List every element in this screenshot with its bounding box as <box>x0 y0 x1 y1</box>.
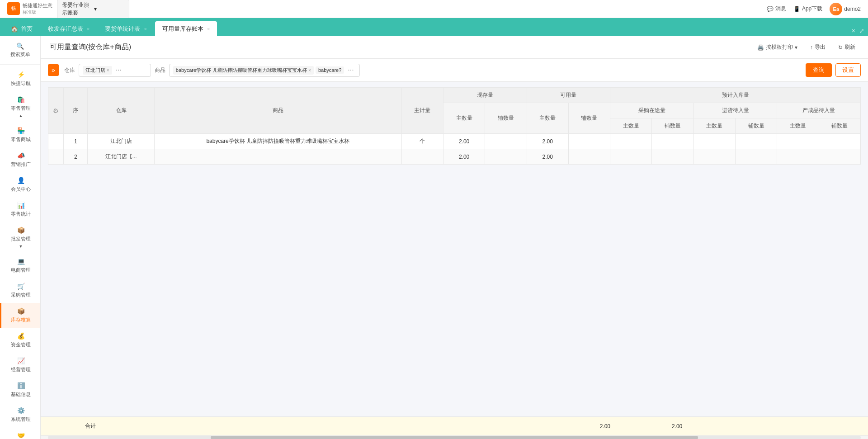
refresh-icon: ↻ <box>838 44 843 51</box>
base-info-icon: ℹ️ <box>17 382 25 389</box>
settings-btn[interactable]: 设置 <box>835 63 861 77</box>
tab-actions: × ⤢ <box>852 27 864 36</box>
th-planned-in: 预计入库量 <box>610 88 861 103</box>
sidebar-item-member-center[interactable]: 👤 会员中心 <box>0 172 40 197</box>
print-template-btn[interactable]: 🖨️ 按模板打印 ▾ <box>754 42 801 53</box>
summary-bar: 合计 2.00 2.00 <box>41 416 868 435</box>
sidebar-item-ops[interactable]: 📈 经营管理 <box>0 353 40 378</box>
td-purchase-aux-2 <box>652 149 693 165</box>
sidebar-item-ecommerce[interactable]: 💻 电商管理 <box>0 253 40 278</box>
tab-available-stock-close[interactable]: × <box>207 26 210 32</box>
marketing-icon: 📣 <box>17 152 25 159</box>
scroll-thumb[interactable] <box>211 436 698 439</box>
message-btn[interactable]: 💬 消息 <box>767 5 786 13</box>
th-incoming-main: 主数量 <box>693 118 735 134</box>
export-btn[interactable]: ↑ 导出 <box>807 42 829 53</box>
tab-order-stats-label: 要货单统计表 <box>105 25 140 33</box>
tab-home[interactable]: 🏠 首页 <box>4 21 40 37</box>
th-product-main: 主数量 <box>777 118 819 134</box>
product-tag-text: babycare学饮杯 儿童防摔防撞吸管杯重力球吸嘴杯宝宝水杯 <box>176 67 307 74</box>
product-tag-babycare: babycare学饮杯 儿童防摔防撞吸管杯重力球吸嘴杯宝宝水杯 × <box>173 66 314 75</box>
warehouse-tag-close[interactable]: × <box>107 68 109 73</box>
sidebar-item-wholesale-mgmt[interactable]: 📦 批发管理 ▼ <box>0 222 40 253</box>
filter-action-btns: 查询 设置 <box>806 63 861 77</box>
retail-mgmt-icon: 🛍️ <box>17 96 25 103</box>
td-product-aux-1 <box>819 134 860 149</box>
th-avail-aux: 辅数量 <box>568 103 610 134</box>
refresh-btn[interactable]: ↻ 刷新 <box>835 42 859 53</box>
th-product-pending: 产成品待入量 <box>777 103 861 118</box>
close-all-tabs-btn[interactable]: × <box>852 27 855 34</box>
retail-store-icon: 🏪 <box>17 127 25 134</box>
finance-label: 资金管理 <box>11 341 31 348</box>
summary-label: 合计 <box>80 420 171 432</box>
product-more-btn[interactable]: ··· <box>346 66 355 74</box>
page-title: 可用量查询(按仓库+商品) <box>50 42 131 52</box>
th-incoming-aux: 辅数量 <box>736 118 777 134</box>
app-logo-icon: 畅 <box>7 2 20 15</box>
message-label: 消息 <box>775 5 786 13</box>
filter-toggle-btn[interactable]: » <box>48 64 59 76</box>
warehouse-filter-input[interactable]: 江北门店 × ··· <box>79 64 151 77</box>
inventory-label: 库存核算 <box>11 316 31 323</box>
tab-order-stats[interactable]: 要货单统计表 × <box>98 21 154 37</box>
summary-avail-aux <box>702 420 724 432</box>
sidebar-item-finance[interactable]: 💰 资金管理 <box>0 328 40 353</box>
user-avatar: Ea <box>830 3 842 15</box>
warehouse-filter-label: 仓库 <box>64 66 75 74</box>
filter-group: 仓库 江北门店 × ··· 商品 babycare学饮杯 儿童防摔防撞吸管杯重力… <box>64 64 800 77</box>
td-product-main-2 <box>777 149 819 165</box>
tab-order-stats-close[interactable]: × <box>144 26 146 32</box>
sys-mgmt-icon: ⚙️ <box>17 407 25 414</box>
sidebar-item-base-info[interactable]: ℹ️ 基础信息 <box>0 378 40 402</box>
table-settings-icon[interactable]: ⚙ <box>53 107 59 114</box>
tab-receive-send-close[interactable]: × <box>87 26 90 32</box>
tab-receive-send[interactable]: 收发存汇总表 × <box>41 21 97 37</box>
sidebar-item-enterprise-collab[interactable]: 🤝 企业协同 <box>0 427 40 439</box>
quick-nav-label: 快捷导航 <box>11 80 31 87</box>
quick-nav-icon: ⚡ <box>17 71 25 78</box>
th-incoming-pending: 进货待入量 <box>693 103 777 118</box>
base-info-label: 基础信息 <box>11 391 31 398</box>
user-profile-btn[interactable]: Ea demo2 <box>830 3 861 15</box>
export-label: 导出 <box>815 43 826 51</box>
sidebar-nav: ⚡ 快捷导航 🛍️ 零售管理 ▲ 🏪 零售商城 📣 营销推广 👤 会员中心 <box>0 65 40 439</box>
maximize-btn[interactable]: ⤢ <box>859 27 864 34</box>
td-product-main-1 <box>777 134 819 149</box>
search-menu-btn[interactable]: 🔍 搜索菜单 <box>4 40 37 61</box>
retail-stats-label: 零售统计 <box>11 211 31 217</box>
sidebar-item-sys-mgmt[interactable]: ⚙️ 系统管理 <box>0 402 40 427</box>
sidebar-item-inventory[interactable]: 📦 库存核算 <box>0 303 40 328</box>
sidebar-item-retail-store[interactable]: 🏪 零售商城 <box>0 123 40 147</box>
warehouse-more-btn[interactable]: ··· <box>114 66 123 74</box>
th-avail-main: 主数量 <box>527 103 568 134</box>
td-no-2: 2 <box>64 149 88 165</box>
td-product-aux-2 <box>819 149 860 165</box>
table-wrapper: ⚙ 序 仓库 商品 主计量 现存量 可用量 预计入库量 主数量 辅数量 主数量 <box>41 82 868 416</box>
th-settings[interactable]: ⚙ <box>48 88 64 134</box>
sidebar-item-marketing[interactable]: 📣 营销推广 <box>0 147 40 172</box>
td-avail-aux-1 <box>568 134 610 149</box>
inventory-icon: 📦 <box>17 307 25 315</box>
product-filter-input[interactable]: babycare学饮杯 儿童防摔防撞吸管杯重力球吸嘴杯宝宝水杯 × babyca… <box>169 64 360 77</box>
horizontal-scrollbar[interactable] <box>41 435 868 439</box>
org-selector[interactable]: 母婴行业演示账套 ▾ <box>57 0 129 19</box>
sidebar-item-retail-mgmt[interactable]: 🛍️ 零售管理 ▲ <box>0 91 40 123</box>
sidebar-item-quick-nav[interactable]: ⚡ 快捷导航 <box>0 66 40 91</box>
product-tag-close[interactable]: × <box>308 68 311 73</box>
app-download-btn[interactable]: 📱 App下载 <box>793 5 822 13</box>
tab-available-stock-label: 可用量库存账本 <box>162 25 203 33</box>
summary-avail-main: 2.00 <box>652 420 702 432</box>
sidebar-item-retail-stats[interactable]: 📊 零售统计 <box>0 197 40 222</box>
td-current-aux-1 <box>485 134 527 149</box>
tab-available-stock[interactable]: 可用量库存账本 × <box>155 21 217 37</box>
finance-icon: 💰 <box>17 332 25 340</box>
td-incoming-aux-1 <box>736 134 777 149</box>
tab-receive-send-label: 收发存汇总表 <box>48 25 83 33</box>
ecommerce-icon: 💻 <box>17 258 25 265</box>
th-warehouse: 仓库 <box>88 88 154 134</box>
search-icon: 🔍 <box>16 42 24 50</box>
sidebar-item-purchase[interactable]: 🛒 采购管理 <box>0 278 40 303</box>
td-avail-aux-2 <box>568 149 610 165</box>
query-btn[interactable]: 查询 <box>806 63 832 77</box>
